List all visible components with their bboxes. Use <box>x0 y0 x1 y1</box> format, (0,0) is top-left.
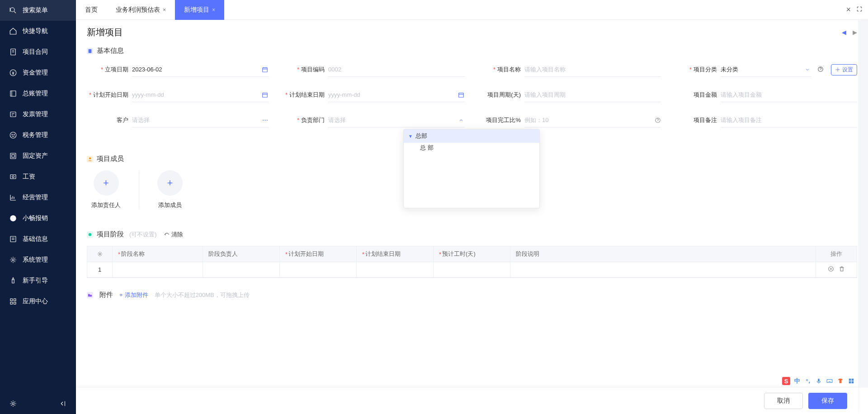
sidebar-item-assets[interactable]: 固定资产 <box>0 146 76 166</box>
cell-start[interactable] <box>280 262 357 278</box>
next-icon[interactable]: ▶ <box>853 29 857 36</box>
calendar-icon[interactable] <box>458 91 465 99</box>
sidebar-item-business[interactable]: 经营管理 <box>0 187 76 208</box>
close-all-icon[interactable]: × <box>846 5 851 14</box>
cell-end[interactable] <box>357 262 434 278</box>
cell-name[interactable] <box>113 262 203 278</box>
label-remark: 项目备注 <box>675 116 717 124</box>
add-row-icon[interactable] <box>828 266 834 273</box>
text-input[interactable] <box>328 66 465 73</box>
member-label: 添加成员 <box>158 201 182 209</box>
text-input[interactable] <box>328 117 458 123</box>
sidebar-item-salary[interactable]: 工资 <box>0 166 76 187</box>
calendar-icon[interactable] <box>262 91 269 99</box>
collapse-icon[interactable] <box>59 400 67 408</box>
ime-skin-icon[interactable] <box>836 377 844 385</box>
col-gear[interactable] <box>87 246 113 262</box>
text-input[interactable] <box>721 117 857 123</box>
svg-rect-25 <box>10 299 13 301</box>
cell-hours[interactable] <box>434 262 510 278</box>
delete-row-icon[interactable] <box>839 266 845 273</box>
settings-button[interactable]: 设置 <box>831 64 857 75</box>
input-remark[interactable] <box>721 113 857 127</box>
table-row: 1 <box>87 262 857 278</box>
tab-profit-estimate[interactable]: 业务利润预估表 × <box>107 0 175 20</box>
prev-icon[interactable]: ◀ <box>842 29 846 36</box>
input-completion[interactable] <box>524 113 661 127</box>
sidebar-item-funds[interactable]: 资金管理 <box>0 62 76 83</box>
section-heading: 基本信息 <box>97 47 124 55</box>
sidebar-item-quicknav[interactable]: 快捷导航 <box>0 21 76 42</box>
input-amount[interactable] <box>721 88 857 102</box>
ime-keyboard-icon[interactable] <box>826 377 834 385</box>
text-input[interactable] <box>328 91 458 98</box>
sidebar-item-guide[interactable]: 新手引导 <box>0 270 76 291</box>
col-name: 阶段名称 <box>113 246 203 262</box>
fullscreen-icon[interactable] <box>856 6 863 14</box>
input-end-date[interactable] <box>328 88 465 102</box>
text-input[interactable] <box>524 66 661 73</box>
add-member-button[interactable]: + <box>157 170 183 196</box>
dropdown-root-item[interactable]: ▼ 总部 <box>404 129 539 143</box>
sidebar-item-reimburse[interactable]: C 小畅报销 <box>0 208 76 229</box>
sidebar-item-basic-info[interactable]: 基础信息 <box>0 229 76 249</box>
chevron-up-icon[interactable] <box>458 117 465 124</box>
input-period[interactable] <box>524 88 661 102</box>
help-icon[interactable] <box>654 117 661 124</box>
phase-table: 阶段名称 阶段负责人 计划开始日期 计划结束日期 预计工时(天) 阶段说明 操作… <box>87 246 857 278</box>
caret-down-icon[interactable]: ▼ <box>408 134 413 139</box>
add-responsible-button[interactable]: + <box>94 170 119 196</box>
section-heading: 项目阶段 <box>97 230 124 239</box>
search-menu[interactable]: 搜索菜单 <box>0 0 76 21</box>
close-icon[interactable]: × <box>212 7 215 13</box>
svg-rect-15 <box>10 153 16 159</box>
help-icon[interactable] <box>817 66 824 74</box>
tab-new-project[interactable]: 新增项目 × <box>175 0 224 20</box>
text-input[interactable] <box>132 117 262 123</box>
cell-owner[interactable] <box>203 262 280 278</box>
chevron-down-icon[interactable] <box>804 66 811 73</box>
input-customer[interactable]: ⋯ <box>132 113 269 127</box>
gear-icon <box>9 256 17 264</box>
text-input[interactable] <box>132 91 262 98</box>
input-start-date[interactable] <box>132 88 269 102</box>
cell-desc[interactable] <box>510 262 816 278</box>
text-input[interactable] <box>524 91 661 98</box>
settings-icon[interactable] <box>9 400 17 408</box>
text-input[interactable] <box>524 117 651 123</box>
sidebar-label: 总账管理 <box>23 89 48 98</box>
svg-rect-31 <box>89 49 92 52</box>
dropdown-child-item[interactable]: 总 部 <box>404 143 539 153</box>
input-init-date[interactable]: 2023-06-02 <box>132 62 269 77</box>
clear-button[interactable]: 清除 <box>164 231 183 239</box>
text-input[interactable] <box>721 91 857 98</box>
dept-dropdown[interactable]: ▼ 总部 总 部 <box>403 129 540 208</box>
page-title: 新增项目 <box>87 26 123 38</box>
cancel-button[interactable]: 取消 <box>764 393 803 409</box>
ime-sogou-icon[interactable]: S <box>782 377 790 385</box>
sidebar-item-apps[interactable]: 应用中心 <box>0 291 76 312</box>
sidebar-item-invoice[interactable]: 发票管理 <box>0 104 76 125</box>
col-hours: 预计工时(天) <box>434 246 510 262</box>
calendar-icon[interactable] <box>261 66 269 73</box>
ime-mic-icon[interactable] <box>815 377 823 385</box>
input-category[interactable]: 未分类 <box>721 62 811 77</box>
ime-punct-icon[interactable]: °، <box>804 377 812 385</box>
sidebar-item-ledger[interactable]: 总账管理 <box>0 83 76 104</box>
svg-point-12 <box>10 132 16 138</box>
sidebar-item-system[interactable]: 系统管理 <box>0 249 76 270</box>
tab-home[interactable]: 首页 <box>76 0 107 20</box>
save-button[interactable]: 保存 <box>808 393 847 409</box>
ime-toolbox-icon[interactable] <box>847 377 855 385</box>
more-icon[interactable]: ⋯ <box>262 117 269 124</box>
section-heading: 项目成员 <box>97 155 124 163</box>
close-icon[interactable]: × <box>163 7 166 13</box>
sidebar-item-tax[interactable]: 税务管理 <box>0 125 76 146</box>
attachment-hint: 单个大小不超过200MB，可拖拽上传 <box>155 291 250 299</box>
add-attachment-button[interactable]: +添加附件 <box>119 291 148 299</box>
sidebar-item-project-contract[interactable]: 项目合同 <box>0 42 76 62</box>
input-code[interactable] <box>328 62 465 77</box>
input-name[interactable] <box>524 62 661 77</box>
input-dept[interactable] <box>328 113 465 127</box>
ime-cn-icon[interactable]: 中 <box>793 377 801 385</box>
